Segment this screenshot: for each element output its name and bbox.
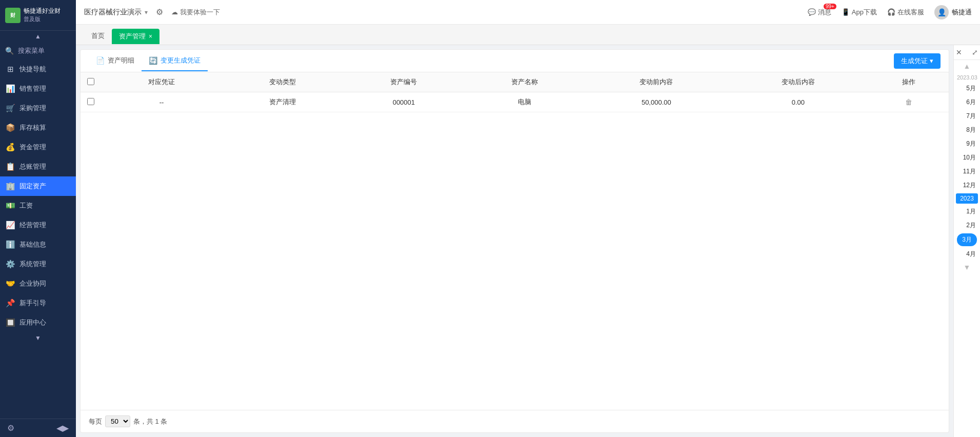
- experience-btn[interactable]: ☁ 我要体验一下: [171, 8, 220, 17]
- sidebar-item-guide[interactable]: 📌 新手引导: [0, 293, 76, 313]
- sidebar-item-basic-info[interactable]: ℹ️ 基础信息: [0, 235, 76, 254]
- cooperation-icon: 🤝: [5, 279, 15, 288]
- date-month-5[interactable]: 5月: [954, 82, 980, 95]
- sidebar-item-capital[interactable]: 💰 资金管理: [0, 137, 76, 157]
- basic-info-icon: ℹ️: [5, 240, 15, 249]
- content-area: 📄 资产明细 🔄 变更生成凭证 生成凭证 ▾: [76, 45, 980, 437]
- sidebar-item-system[interactable]: ⚙️ 系统管理: [0, 254, 76, 274]
- year-2023-marker[interactable]: 2023: [956, 193, 978, 204]
- sidebar-scroll-up[interactable]: ▲: [0, 31, 76, 42]
- quick-nav-icon: ⊞: [5, 65, 15, 74]
- col-header-voucher: 对应凭证: [101, 72, 222, 92]
- date-month-11[interactable]: 11月: [954, 165, 980, 178]
- app-download-btn[interactable]: 📱 App下载: [842, 8, 877, 17]
- row-action: 🗑: [869, 92, 949, 112]
- chevron-down-icon: ▾: [145, 9, 148, 16]
- sidebar-item-label: 总账管理: [19, 162, 46, 171]
- date-month-9[interactable]: 9月: [954, 137, 980, 151]
- logo-text: 畅捷通好业财: [24, 7, 61, 15]
- system-icon: ⚙️: [5, 260, 15, 269]
- generate-voucher-button[interactable]: 生成凭证 ▾: [894, 53, 941, 69]
- online-service-btn[interactable]: 🎧 在线客服: [887, 8, 924, 17]
- date-month-10[interactable]: 10月: [954, 151, 980, 165]
- company-name: 医疗器械行业演示: [84, 8, 142, 17]
- guide-icon: 📌: [5, 299, 15, 308]
- online-service-label: 在线客服: [897, 8, 924, 17]
- tab-bar: 首页 资产管理 ×: [76, 25, 980, 45]
- cloud-icon: ☁: [171, 8, 178, 16]
- sidebar-item-operations[interactable]: 📈 经营管理: [0, 215, 76, 235]
- user-profile[interactable]: 👤 畅捷通: [934, 5, 972, 19]
- inventory-icon: 📦: [5, 123, 15, 132]
- sales-icon: 📊: [5, 84, 15, 93]
- date-month-mar-selected[interactable]: 3月: [957, 233, 977, 246]
- date-scroll-down[interactable]: ▼: [954, 261, 980, 273]
- tab-home-label: 首页: [91, 32, 105, 39]
- message-badge: 99+: [824, 4, 836, 9]
- company-selector[interactable]: 医疗器械行业演示 ▾: [84, 8, 148, 17]
- settings-icon[interactable]: ⚙: [7, 423, 14, 433]
- sidebar-item-quick-nav[interactable]: ⊞ 快捷导航: [0, 59, 76, 79]
- sidebar-item-ledger[interactable]: 📋 总账管理: [0, 157, 76, 176]
- avatar: 👤: [934, 5, 949, 19]
- tab-asset-management[interactable]: 资产管理 ×: [112, 29, 159, 44]
- purchase-icon: 🛒: [5, 104, 15, 113]
- tab-active-label: 资产管理: [119, 32, 146, 41]
- close-panel-icon[interactable]: ✕: [956, 48, 962, 56]
- sub-tab-bar: 📄 资产明细 🔄 变更生成凭证 生成凭证 ▾: [81, 50, 949, 72]
- tab-asset-detail[interactable]: 📄 资产明细: [89, 51, 142, 71]
- sidebar-item-purchase[interactable]: 🛒 采购管理: [0, 98, 76, 118]
- download-icon: 📱: [842, 8, 850, 16]
- sidebar-item-inventory[interactable]: 📦 库存核算: [0, 118, 76, 137]
- date-month-7[interactable]: 7月: [954, 109, 980, 123]
- sidebar-item-label: 资金管理: [19, 143, 46, 152]
- date-month-8[interactable]: 8月: [954, 123, 980, 137]
- pagination-bar: 每页 50 条，共 1 条: [81, 410, 949, 432]
- date-panel: ✕ ⤢ ▲ 2023.03 5月 6月 7月 8月 9月 10月 11月 12月…: [953, 45, 980, 437]
- sidebar-item-label: 新手引导: [19, 299, 46, 308]
- sidebar-item-label: 快捷导航: [19, 65, 46, 74]
- total-label: 条，共 1 条: [133, 417, 167, 426]
- row-asset-no: 000001: [343, 92, 464, 112]
- fixed-assets-icon: 🏢: [5, 182, 15, 191]
- per-page-label: 每页: [89, 417, 102, 426]
- sidebar-item-sales[interactable]: 📊 销售管理: [0, 79, 76, 98]
- date-scroll-up[interactable]: ▲: [954, 60, 980, 72]
- col-header-action: 操作: [869, 72, 949, 92]
- tab-close-icon[interactable]: ×: [149, 33, 152, 40]
- app-download-label: App下载: [852, 8, 877, 17]
- sidebar-item-label: 应用中心: [19, 318, 46, 327]
- expand-panel-icon[interactable]: ⤢: [972, 48, 978, 56]
- main-area: 医疗器械行业演示 ▾ ⚙ ☁ 我要体验一下 💬 消息 99+ 📱 App下载 🎧…: [76, 0, 980, 437]
- select-all-checkbox[interactable]: [87, 78, 94, 85]
- app-center-icon: 🔲: [5, 318, 15, 327]
- date-month-6[interactable]: 6月: [954, 95, 980, 109]
- date-month-feb[interactable]: 2月: [954, 218, 980, 232]
- sidebar-item-payroll[interactable]: 💵 工资: [0, 196, 76, 215]
- col-header-asset-name: 资产名称: [464, 72, 585, 92]
- collapse-sidebar-icon[interactable]: ◀▶: [56, 423, 69, 433]
- date-month-jan[interactable]: 1月: [954, 205, 980, 218]
- date-month-12[interactable]: 12月: [954, 178, 980, 192]
- asset-detail-icon: 📄: [96, 56, 105, 65]
- row-checkbox[interactable]: [87, 98, 94, 105]
- tab-change-voucher[interactable]: 🔄 变更生成凭证: [142, 51, 208, 71]
- app-logo: 财 畅捷通好业财 普及版: [0, 0, 76, 31]
- sidebar-item-label: 基础信息: [19, 240, 46, 249]
- sidebar-item-app-center[interactable]: 🔲 应用中心: [0, 313, 76, 332]
- date-month-apr[interactable]: 4月: [954, 247, 980, 261]
- messages-btn[interactable]: 💬 消息 99+: [808, 8, 831, 17]
- delete-row-icon[interactable]: 🗑: [905, 98, 912, 106]
- service-icon: 🎧: [887, 8, 895, 16]
- capital-icon: 💰: [5, 143, 15, 152]
- sidebar-item-cooperation[interactable]: 🤝 企业协同: [0, 274, 76, 293]
- sidebar-item-fixed-assets[interactable]: 🏢 固定资产: [0, 176, 76, 196]
- per-page-select[interactable]: 50: [105, 415, 130, 427]
- sidebar-search[interactable]: 🔍 搜索菜单: [0, 42, 76, 59]
- sidebar-scroll-down[interactable]: ▼: [0, 332, 76, 344]
- settings-gear-icon[interactable]: ⚙: [156, 7, 163, 17]
- generate-label: 生成凭证: [901, 56, 928, 66]
- tab-home[interactable]: 首页: [84, 28, 112, 45]
- payroll-icon: 💵: [5, 201, 15, 210]
- sidebar-item-label: 工资: [19, 201, 33, 210]
